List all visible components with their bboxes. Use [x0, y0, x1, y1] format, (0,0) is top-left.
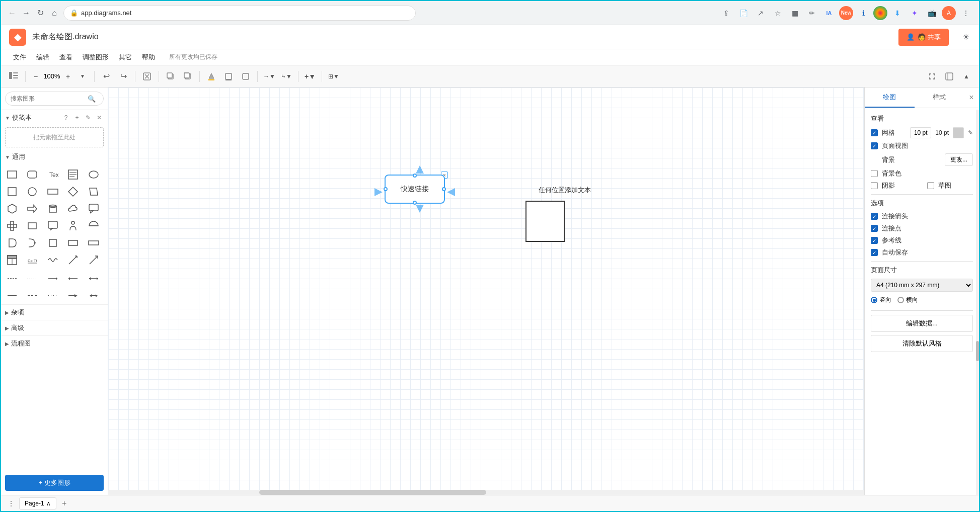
- shape-table-header[interactable]: [4, 252, 20, 268]
- grid-color-box[interactable]: [953, 127, 964, 138]
- profile-icon[interactable]: A: [942, 6, 956, 20]
- advanced-section[interactable]: ▶ 高级: [1, 320, 108, 335]
- connection-style-btn[interactable]: →▼: [262, 69, 277, 83]
- cp-bottom[interactable]: [413, 201, 417, 205]
- menu-help[interactable]: 帮助: [138, 51, 159, 64]
- shape-ellipse[interactable]: [86, 166, 102, 183]
- redo-btn[interactable]: ↪: [116, 69, 131, 83]
- ext8-icon[interactable]: ✦: [908, 6, 922, 20]
- shape-cylinder[interactable]: [45, 201, 61, 217]
- collapse-right-btn[interactable]: ▲: [959, 69, 974, 83]
- conn-handle-right[interactable]: [446, 187, 456, 199]
- shape-line-arrow2[interactable]: [65, 286, 81, 302]
- right-panel-close-btn[interactable]: ×: [964, 88, 979, 108]
- grid-size-input[interactable]: [910, 127, 931, 138]
- shadow-checkbox[interactable]: [871, 182, 878, 189]
- shape-parallelogram[interactable]: [86, 184, 102, 200]
- connect-points-checkbox[interactable]: ✓: [871, 225, 878, 232]
- page-view-checkbox[interactable]: ✓: [871, 142, 878, 149]
- cp-top[interactable]: [413, 174, 417, 178]
- page-tab[interactable]: Page-1 ∧: [19, 497, 56, 509]
- more-menu-icon[interactable]: ⋮: [959, 6, 973, 20]
- shape-back-arrow[interactable]: [65, 269, 81, 285]
- shape-wave[interactable]: [45, 252, 61, 268]
- flowchart-section[interactable]: ▶ 流程图: [1, 335, 108, 351]
- canvas-hscroll-thumb[interactable]: [259, 490, 486, 495]
- shape-note[interactable]: [65, 166, 81, 183]
- grid-edit-btn[interactable]: ✎: [968, 129, 973, 136]
- more-shapes-btn[interactable]: + 更多图形: [5, 475, 104, 491]
- fill-color-btn[interactable]: [204, 69, 219, 83]
- shape-d-shape[interactable]: [4, 235, 20, 251]
- outline-color-btn[interactable]: [221, 69, 236, 83]
- shape-thick-rect[interactable]: [65, 235, 81, 251]
- misc-section[interactable]: ▶ 杂项: [1, 304, 108, 320]
- canvas-area[interactable]: 任何位置添加文本: [108, 88, 864, 495]
- shape-cross[interactable]: [4, 218, 20, 234]
- ext5-icon[interactable]: ℹ: [856, 6, 870, 20]
- right-content[interactable]: 查看 ✓ 网格 10 pt ✎ ✓ 页面视图: [865, 108, 979, 495]
- menu-arrange[interactable]: 调整图形: [79, 51, 113, 64]
- shape-speech-bubble[interactable]: [45, 218, 61, 234]
- shape-style-btn[interactable]: [238, 69, 253, 83]
- background-change-btn[interactable]: 更改...: [945, 153, 973, 166]
- new-badge[interactable]: New: [839, 6, 853, 20]
- shape-callout[interactable]: [86, 201, 102, 217]
- undo-btn[interactable]: ↩: [99, 69, 114, 83]
- plain-shape[interactable]: [525, 201, 565, 242]
- share-icon[interactable]: ↗: [753, 6, 768, 20]
- landscape-radio[interactable]: 横向: [897, 296, 918, 304]
- shape-line-double-arrow2[interactable]: [86, 286, 102, 302]
- shape-thin-rect2[interactable]: [24, 218, 40, 234]
- shape-double-arrow[interactable]: [86, 269, 102, 285]
- back-button[interactable]: ←: [7, 8, 17, 18]
- format-toggle-btn[interactable]: ☀: [961, 32, 971, 42]
- table-btn[interactable]: ⊞▼: [326, 69, 341, 83]
- shape-arrow-right[interactable]: [24, 201, 40, 217]
- shape-line-solid[interactable]: [4, 286, 20, 302]
- cast-icon[interactable]: ⇪: [719, 6, 733, 20]
- bg-color-checkbox[interactable]: [871, 170, 878, 177]
- scratch-section-header[interactable]: ▼ 便笺本 ? + ✎ ✕: [1, 110, 108, 125]
- edit-data-btn[interactable]: 编辑数据...: [871, 315, 973, 332]
- zoom-dropdown-btn[interactable]: ▼: [75, 69, 90, 83]
- page-size-select[interactable]: A4 (210 mm x 297 mm): [871, 279, 973, 292]
- panel-scroll[interactable]: ▼ 便笺本 ? + ✎ ✕ 把元素拖至此处 ▼: [1, 110, 108, 471]
- cp-left[interactable]: [384, 187, 388, 191]
- ext3-icon[interactable]: IA: [822, 6, 836, 20]
- menu-other[interactable]: 其它: [115, 51, 136, 64]
- grid-checkbox[interactable]: ✓: [871, 129, 878, 136]
- delete-btn[interactable]: [139, 69, 155, 83]
- shape-dashed-line[interactable]: [4, 269, 20, 285]
- shape-half-circle[interactable]: [86, 218, 102, 234]
- reload-button[interactable]: ↻: [35, 8, 45, 18]
- ext6-icon[interactable]: [873, 6, 887, 20]
- page-menu-btn[interactable]: ⋮: [5, 497, 17, 509]
- general-section-header[interactable]: ▼ 通用: [1, 149, 108, 164]
- shape-rounded-rect[interactable]: [24, 166, 40, 183]
- cut-btn[interactable]: [180, 69, 195, 83]
- shape-diamond[interactable]: [65, 184, 81, 200]
- forward-button[interactable]: →: [21, 8, 31, 18]
- shape-cloud[interactable]: [65, 201, 81, 217]
- clear-style-btn[interactable]: 清除默认风格: [871, 335, 973, 352]
- shape-person[interactable]: [65, 218, 81, 234]
- share-button[interactable]: 👤 🧑 共享: [898, 29, 949, 46]
- schematic-checkbox[interactable]: [927, 182, 934, 189]
- duplicate-btn[interactable]: [163, 69, 178, 83]
- conn-handle-left[interactable]: [373, 187, 384, 199]
- scratch-add-btn[interactable]: +: [72, 113, 82, 122]
- scratch-help-btn[interactable]: ?: [61, 113, 70, 122]
- shape-wide-rect[interactable]: [86, 235, 102, 251]
- zoom-in-btn[interactable]: +: [62, 70, 74, 82]
- menu-file[interactable]: 文件: [9, 51, 30, 64]
- ext7-icon[interactable]: ⬇: [890, 6, 904, 20]
- fullscreen-btn[interactable]: [925, 69, 940, 83]
- ext1-icon[interactable]: ▦: [788, 6, 802, 20]
- menu-view[interactable]: 查看: [55, 51, 77, 64]
- insert-btn[interactable]: +▼: [303, 69, 318, 83]
- shape-line-dashed2[interactable]: [24, 286, 40, 302]
- shape-hexagon[interactable]: [4, 201, 20, 217]
- autosave-checkbox[interactable]: ✓: [871, 249, 878, 256]
- save-page-icon[interactable]: 📄: [736, 6, 750, 20]
